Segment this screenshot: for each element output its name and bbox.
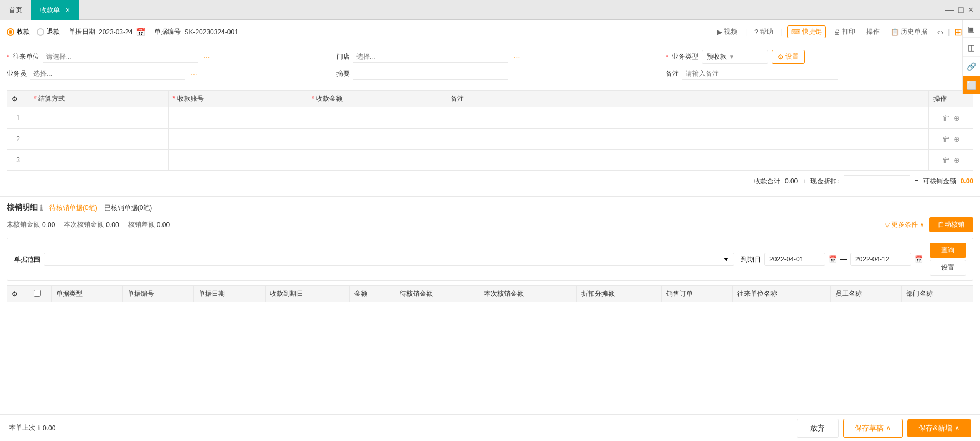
help-icon: ? [754,28,758,36]
store-input[interactable] [353,51,508,63]
date-field: 单据日期 2023-03-24 📅 [69,27,145,37]
amount-cell-1[interactable] [307,107,446,129]
tab-active[interactable]: 收款单 × [31,0,79,20]
delete-icon-row2[interactable]: 🗑 [942,135,950,143]
bottom-settings-col[interactable]: ⚙ [7,286,29,302]
amount-cell-3[interactable] [307,150,446,171]
account-cell-2[interactable] [168,129,307,150]
save-label: 保存&新增 [918,423,952,433]
help-button[interactable]: ? 帮助 [751,26,777,38]
remarks-cell-1[interactable] [446,107,929,129]
abandon-button[interactable]: 放弃 [797,419,839,438]
date-end-input[interactable] [850,253,911,266]
counterpart-more-icon[interactable]: ··· [201,53,212,61]
equals-sign: = [915,177,918,185]
reconcile-settings-button[interactable]: 设置 [930,260,966,276]
copy-icon-row1[interactable]: ⊕ [953,114,960,122]
actions-cell-1: 🗑 ⊕ [929,107,973,129]
settings-button[interactable]: ⚙ 设置 [772,50,805,64]
calendar-icon[interactable]: 📅 [136,28,145,37]
bottom-checkbox-col[interactable] [29,286,52,302]
number-field: 单据编号 SK-20230324-001 [154,27,238,37]
remarks-cell-3[interactable] [446,150,929,171]
toolbar-right: ▶ 视频 | ? 帮助 | ⌨ 快捷键 🖨 打印 操作 📋 历史单据 [714,25,973,38]
remarks-cell-2[interactable] [446,129,929,150]
delete-icon-row1[interactable]: 🗑 [942,114,950,122]
calendar-end-icon[interactable]: 📅 [915,255,923,263]
bottom-settings-icon[interactable]: ⚙ [12,290,18,298]
auto-reconcile-button[interactable]: 自动核销 [929,217,973,232]
salesperson-field: 业务员 ··· [7,68,314,80]
settlement-cell-3[interactable] [29,150,169,171]
business-type-select[interactable]: 预收款 ▼ [702,50,768,64]
range-select[interactable]: ▼ [44,253,734,266]
shortcut-button[interactable]: ⌨ 快捷键 [787,25,826,38]
date-separator: — [840,255,847,263]
minimize-icon[interactable]: — [945,5,954,15]
amount-col-header: 金额 [350,286,395,302]
summary-input[interactable] [353,68,508,80]
draft-button[interactable]: 保存草稿 ∧ [843,419,903,438]
remarks-input[interactable] [682,68,838,80]
tab-bar: 首页 收款单 × — □ × [0,0,980,20]
sidebar-link-icon[interactable]: 🔗 [963,58,981,75]
draft-chevron: ∧ [886,424,891,432]
type-col-header: 单据类型 [52,286,123,302]
refund-radio[interactable]: 退款 [37,27,60,37]
counterpart-input[interactable] [43,51,198,63]
video-button[interactable]: ▶ 视频 [714,26,741,38]
calendar-start-icon[interactable]: 📅 [829,255,837,263]
table-settings-icon[interactable]: ⚙ [12,95,18,103]
prev-icon[interactable]: ‹ [937,28,940,37]
operation-button[interactable]: 操作 [863,26,883,38]
date-start-input[interactable] [764,253,825,266]
amount-cell-2[interactable] [307,129,446,150]
more-conditions-button[interactable]: ▽ 更多条件 ∧ [885,220,925,229]
settings-col-header[interactable]: ⚙ [7,91,29,107]
print-button[interactable]: 🖨 打印 [830,26,859,38]
table-row: 3 🗑 ⊕ [7,150,973,171]
row-num-2: 2 [7,129,29,150]
settlement-cell-2[interactable] [29,129,169,150]
save-button[interactable]: 保存&新增 ∧ [907,419,971,437]
pending-tab[interactable]: 待核销单据(0笔) [49,203,98,213]
range-field: 单据范围 ▼ [14,253,734,266]
unreconciled-label: 未核销金额 [7,220,40,229]
sidebar-expand-icon[interactable]: ⬜ [963,76,981,94]
discount-col-header: 折扣分摊额 [577,286,661,302]
number-value: SK-20230324-001 [184,28,238,36]
grid-layout-icon[interactable]: ⊞ [954,26,962,38]
close-icon[interactable]: × [968,5,973,15]
select-all-checkbox[interactable] [34,290,41,297]
account-cell-3[interactable] [168,150,307,171]
history-button[interactable]: 📋 历史单据 [887,26,931,38]
history-icon: 📋 [891,28,899,36]
business-type-value: 预收款 [707,52,727,61]
discount-input[interactable] [844,175,910,187]
completed-tab[interactable]: 已核销单据(0笔) [104,203,152,213]
next-icon[interactable]: › [941,28,944,37]
number-col-header: 单据编号 [122,286,194,302]
salesperson-input[interactable] [30,68,185,80]
tab-home[interactable]: 首页 [0,0,31,20]
filter-icon: ▽ [885,221,890,229]
settlement-cell-1[interactable] [29,107,169,129]
sales-order-col-header: 销售订单 [661,286,733,302]
reconcile-title: 核销明细 ℹ [7,203,43,213]
account-cell-1[interactable] [168,107,307,129]
store-more-icon[interactable]: ··· [512,53,523,61]
sidebar-table-icon[interactable]: ▣ [963,20,981,38]
salesperson-more-icon[interactable]: ··· [188,70,200,79]
tab-close-icon[interactable]: × [65,0,70,20]
copy-icon-row3[interactable]: ⊕ [953,156,960,165]
reconcile-section: 核销明细 ℹ 待核销单据(0笔) 已核销单据(0笔) 未核销金额 0.00 本次… [0,196,980,308]
query-button[interactable]: 查询 [930,243,966,258]
copy-icon-row2[interactable]: ⊕ [953,135,960,143]
help-label: 帮助 [760,27,773,37]
delete-icon-row3[interactable]: 🗑 [942,156,950,165]
data-table: ⚙ * 结算方式 * 收款账号 * 收款金额 备注 操作 [7,90,973,171]
receipt-radio[interactable]: 收款 [7,27,30,37]
sidebar-doc-icon[interactable]: ◫ [963,39,981,57]
maximize-icon[interactable]: □ [958,5,964,15]
summary-row: 收款合计 0.00 + 现金折扣: = 可核销金额 0.00 [0,171,980,192]
